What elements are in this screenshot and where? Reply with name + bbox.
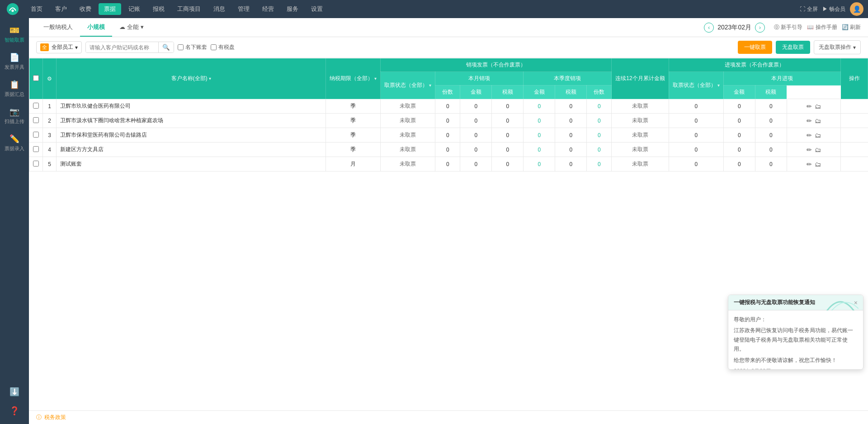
sidebar: 🎫 智能取票 📄 发票开具 📋 票据汇总 📷 扫描上传 ✏️ 票据录入 ⬇️ ❓ [0, 18, 29, 424]
row-xiao-quarter-amount-cell: 0 [524, 114, 555, 128]
period-prev-btn[interactable]: ‹ [704, 23, 714, 33]
sidebar-item-issue-invoice[interactable]: 📄 发票开具 [2, 49, 27, 74]
row-checkbox[interactable] [33, 132, 39, 138]
sidebar-item-scan-upload[interactable]: 📷 扫描上传 [2, 103, 27, 129]
fullscreen-btn[interactable]: ⛶ 全屏 [800, 5, 817, 13]
customer-filter-icon[interactable]: ▾ [209, 76, 211, 81]
sidebar-item-invoice-summary[interactable]: 📋 票据汇总 [2, 76, 27, 101]
notification-greeting: 尊敬的用户： [734, 315, 858, 324]
nav-operations[interactable]: 经营 [257, 3, 279, 15]
nav-fees[interactable]: 收费 [74, 3, 97, 15]
issue-invoice-icon: 📄 [9, 52, 19, 62]
diskless-fetch-btn[interactable]: 无盘取票 [776, 41, 810, 54]
new-guide-btn[interactable]: ⓪ 新手引导 [774, 24, 802, 31]
sidebar-item-invoice-entry[interactable]: ✏️ 票据录入 [2, 130, 27, 156]
diskless-operation-btn[interactable]: 无盘取票操作 ▾ [814, 40, 861, 54]
own-accounts-checkbox[interactable] [178, 44, 184, 50]
tab-all-capable[interactable]: ☁ 全能 ▾ [112, 19, 151, 37]
nav-customers[interactable]: 客户 [50, 3, 72, 15]
row-checkbox[interactable] [33, 161, 39, 167]
nav-settings[interactable]: 设置 [306, 3, 328, 15]
edit-icon[interactable]: ✏ [807, 132, 812, 139]
row-jin-status-cell: 未取票 [612, 157, 669, 172]
dropdown-icon: ▾ [141, 24, 144, 30]
th-xiao-quarter-amount: 金额 [524, 86, 555, 99]
detail-icon[interactable]: 🗂 [815, 146, 821, 153]
user-avatar[interactable]: 👤 [850, 2, 863, 16]
row-period-cell: 季 [326, 114, 381, 128]
nav-messages[interactable]: 消息 [208, 3, 231, 15]
tax-disk-checkbox[interactable] [211, 44, 217, 50]
row-checkbox[interactable] [33, 146, 39, 152]
row-checkbox[interactable] [33, 103, 39, 109]
nav-manage[interactable]: 管理 [232, 3, 255, 15]
detail-icon[interactable]: 🗂 [815, 161, 821, 168]
tab-general-taxpayer[interactable]: 一般纳税人 [36, 19, 80, 37]
nav-services[interactable]: 服务 [281, 3, 304, 15]
search-button[interactable]: 🔍 [158, 42, 174, 52]
th-jin-status: 取票状态（全部） ▾ [669, 72, 723, 99]
edit-icon[interactable]: ✏ [807, 161, 812, 168]
row-xiao-quarter-amount-cell: 0 [524, 99, 555, 114]
th-xiao-month-count: 份数 [435, 86, 460, 99]
nav-industrial[interactable]: 工商项目 [172, 3, 206, 15]
own-accounts-label: 名下账套 [185, 43, 207, 51]
xiao-status-filter-icon[interactable]: ▾ [429, 83, 431, 88]
row-jin-month-amount-cell: 0 [723, 114, 755, 128]
tax-policy-link[interactable]: 税务政策 [44, 414, 66, 421]
select-all-checkbox[interactable] [33, 75, 39, 81]
row-xiao-month-tax-cell: 0 [492, 128, 524, 143]
period-filter-icon[interactable]: ▾ [374, 76, 377, 81]
row-no-cell: 5 [43, 157, 57, 172]
settings-icon[interactable]: ⚙ [47, 76, 52, 82]
notification-apology: 给您带来的不便敬请谅解，祝您工作愉快！ [734, 356, 858, 365]
tax-disk-checkbox-label[interactable]: 有税盘 [211, 43, 235, 51]
nav-tickets[interactable]: 票据 [99, 3, 121, 15]
row-cumulative-cell: 0 [587, 143, 612, 157]
row-jin-month-tax-cell: 0 [755, 143, 787, 157]
row-xiao-month-amount-cell: 0 [460, 114, 492, 128]
edit-icon[interactable]: ✏ [807, 103, 812, 110]
svg-point-1 [11, 10, 14, 12]
detail-icon[interactable]: 🗂 [815, 117, 821, 124]
invoice-summary-icon: 📋 [9, 80, 19, 90]
search-input[interactable] [86, 43, 158, 52]
th-jin-month-tax: 税额 [755, 86, 787, 99]
notification-title: 一键报税与无盘取票功能恢复通知 [734, 299, 815, 306]
sidebar-item-label: 智能取票 [5, 37, 24, 43]
vip-btn[interactable]: ▶ 畅会员 [822, 5, 845, 13]
jin-status-filter-icon[interactable]: ▾ [717, 83, 720, 88]
period-next-btn[interactable]: › [755, 23, 765, 33]
edit-icon[interactable]: ✏ [807, 117, 812, 124]
row-jin-month-count-cell: 0 [669, 157, 723, 172]
tab-small-scale[interactable]: 小规模 [80, 19, 112, 37]
manual-btn[interactable]: 📖 操作手册 [807, 24, 837, 31]
row-xiao-quarter-tax-cell: 0 [555, 99, 587, 114]
row-xiao-quarter-tax-cell: 0 [555, 143, 587, 157]
sidebar-help[interactable]: ❓ [2, 402, 27, 419]
employee-filter[interactable]: 全 全部员工 ▾ [36, 41, 82, 53]
th-period: 纳税期限（全部） ▾ [326, 58, 381, 99]
nav-bookkeeping[interactable]: 记账 [123, 3, 146, 15]
nav-home[interactable]: 首页 [25, 3, 48, 15]
detail-icon[interactable]: 🗂 [815, 132, 821, 139]
row-cumulative-cell: 0 [587, 157, 612, 172]
one-click-fetch-btn[interactable]: 一键取票 [738, 41, 772, 54]
row-checkbox[interactable] [33, 117, 39, 123]
scan-upload-icon: 📷 [9, 107, 19, 117]
sidebar-download[interactable]: ⬇️ [2, 383, 27, 400]
dropdown-chevron-icon: ▾ [75, 44, 78, 51]
row-jin-month-amount-cell: 0 [723, 143, 755, 157]
row-xiao-quarter-amount-cell: 0 [524, 157, 555, 172]
refresh-btn[interactable]: 🔄 刷新 [842, 24, 861, 31]
edit-icon[interactable]: ✏ [807, 146, 812, 153]
sidebar-item-smart-tickets[interactable]: 🎫 智能取票 [2, 22, 27, 47]
table-row: 1 卫辉市玖玖健合医药有限公司 季 未取票 0 0 0 0 0 0 未取票 0 … [29, 99, 868, 114]
th-xiao-month-amount: 金额 [460, 86, 492, 99]
detail-icon[interactable]: 🗂 [815, 103, 821, 110]
th-operation: 操作 [841, 58, 868, 99]
sidebar-item-label: 发票开具 [5, 64, 24, 71]
nav-tax[interactable]: 报税 [147, 3, 170, 15]
row-jin-month-tax-cell: 0 [755, 114, 787, 128]
own-accounts-checkbox-label[interactable]: 名下账套 [178, 43, 207, 51]
